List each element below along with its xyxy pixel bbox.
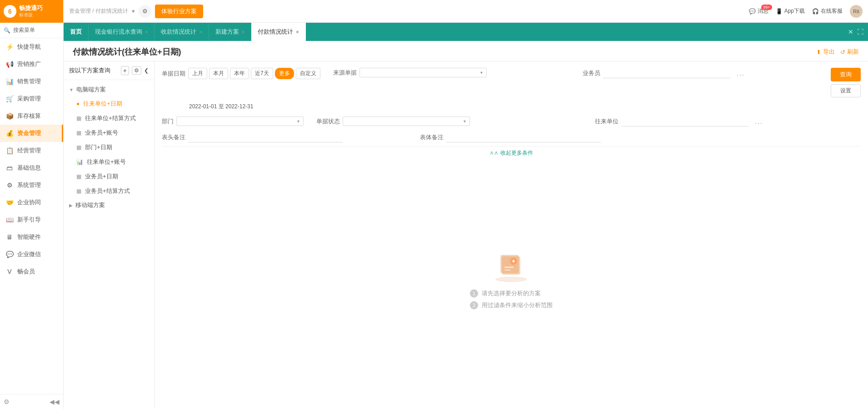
header-settings-btn[interactable]: ⚙	[139, 5, 151, 18]
tab-close-all-icon[interactable]: ✕	[848, 28, 853, 35]
set-btn[interactable]: 设置	[831, 84, 861, 97]
sidebar-item-hardware[interactable]: 🖥 智能硬件	[0, 228, 63, 246]
scheme-collapse-btn[interactable]: ❮	[144, 67, 149, 74]
source-label: 来源单据	[333, 69, 357, 77]
funds-icon: 💰	[5, 129, 14, 137]
collapse-filter-btn[interactable]: ∧∧ 收起更多条件	[162, 146, 861, 160]
sidebar-item-label: 畅会员	[17, 268, 35, 276]
export-btn[interactable]: ⬆ 导出	[816, 48, 835, 56]
tab-home[interactable]: 首页	[64, 23, 89, 41]
scheme-item-partner-settle[interactable]: ▦ 往来单位+结算方式	[67, 111, 154, 126]
scheme-item-partner-account[interactable]: 📊 往来单位+账号	[67, 155, 154, 169]
avatar[interactable]: Rit	[850, 5, 863, 18]
table-icon: ▦	[76, 144, 81, 151]
table-icon: ▦	[76, 188, 81, 194]
tab-receipt[interactable]: 收款情况统计 ×	[155, 23, 209, 41]
date-btn-this-year[interactable]: 本年	[230, 68, 249, 79]
scheme-item-label: 业务员+账号	[85, 129, 118, 137]
date-btn-more[interactable]: 更多	[275, 68, 294, 79]
sidebar-item-label: 营销推广	[17, 60, 41, 68]
tab-cash[interactable]: 现金银行流水查询 ×	[89, 23, 155, 41]
sidebar-item-funds[interactable]: 💰 资金管理	[0, 125, 63, 142]
date-btn-this-month[interactable]: 本月	[209, 68, 228, 79]
scheme-item-partner-date[interactable]: ● 往来单位+日期	[67, 96, 154, 111]
search-menu[interactable]: 🔍 搜索菜单	[0, 23, 63, 38]
search-menu-label: 搜索菜单	[13, 26, 35, 34]
scheme-add-btn[interactable]: +	[121, 66, 129, 75]
table-icon: ▦	[76, 130, 81, 136]
tab-new-close[interactable]: ×	[242, 29, 244, 35]
app-download-item[interactable]: 📱 App下载	[776, 7, 805, 15]
sidebar-item-stock[interactable]: 📦 库存核算	[0, 107, 63, 125]
scheme-item-staff-date[interactable]: ▦ 业务员+日期	[67, 169, 154, 184]
header-note-input[interactable]	[188, 132, 343, 142]
service-item[interactable]: 🎧 在线客服	[812, 7, 843, 15]
body-note-input[interactable]	[446, 132, 601, 142]
message-item[interactable]: 💬 消息 99+	[749, 7, 768, 15]
scheme-item-dept-date[interactable]: ▦ 部门+日期	[67, 140, 154, 155]
scheme-group-mobile-header[interactable]: ▶ 移动端方案	[64, 198, 154, 212]
dept-select[interactable]: ▾	[176, 116, 304, 126]
service-icon: 🎧	[812, 8, 819, 15]
sidebar-item-wechat[interactable]: 💬 企业微信	[0, 246, 63, 263]
tab-home-label: 首页	[70, 28, 82, 36]
tab-maximize-icon[interactable]: ⛶	[857, 28, 863, 35]
table-icon: ▦	[76, 115, 81, 121]
hint-num-1: 1	[470, 289, 478, 298]
dropdown-icon[interactable]: ▾	[132, 8, 135, 15]
marketing-icon: 📢	[5, 60, 14, 68]
tab-receipt-close[interactable]: ×	[199, 29, 202, 35]
staff-more-btn[interactable]: ...	[737, 70, 745, 77]
scheme-item-staff-settle[interactable]: ▦ 业务员+结算方式	[67, 184, 154, 198]
staff-input[interactable]	[603, 68, 730, 78]
message-icon: 💬	[749, 8, 756, 15]
sidebar-item-label: 库存核算	[17, 112, 41, 120]
service-label: 在线客服	[821, 7, 843, 15]
message-badge: 99+	[761, 5, 772, 10]
sidebar-item-base[interactable]: 🗃 基础信息	[0, 159, 63, 177]
header-right: 💬 消息 99+ 📱 App下载 🎧 在线客服 Rit	[749, 5, 863, 18]
scheme-group-desktop-items: ● 往来单位+日期 ▦ 往来单位+结算方式 ▦ 业务员+账号	[64, 96, 154, 198]
scheme-header-actions: + ⚙ ❮	[121, 66, 149, 75]
date-btn-7days[interactable]: 近7天	[251, 68, 273, 79]
tab-payment[interactable]: 付款情况统计 ×	[251, 23, 305, 41]
source-select[interactable]: ▾	[359, 68, 487, 77]
tab-new[interactable]: 新建方案 ×	[209, 23, 251, 41]
sidebar-item-purchase[interactable]: 🛒 采购管理	[0, 90, 63, 107]
date-btn-last-month[interactable]: 上月	[188, 68, 207, 79]
scheme-settings-btn[interactable]: ⚙	[132, 66, 141, 75]
scheme-group-desktop-header[interactable]: ▼ 电脑端方案	[64, 83, 154, 96]
collapse-sidebar-icon[interactable]: ◀◀	[50, 398, 60, 405]
partner-input[interactable]	[621, 116, 748, 126]
avatar-text: Rit	[853, 9, 859, 14]
tab-payment-close[interactable]: ×	[296, 29, 299, 35]
table-icon: ▦	[76, 173, 81, 180]
scheme-item-staff-account[interactable]: ▦ 业务员+账号	[67, 126, 154, 140]
sidebar-item-system[interactable]: ⚙ 系统管理	[0, 177, 63, 194]
sidebar-item-sales[interactable]: 📊 销售管理	[0, 73, 63, 90]
sidebar-branding: 畅捷通巧 标准版	[19, 5, 43, 18]
trial-btn[interactable]: 体验行业方案	[155, 5, 203, 18]
sidebar-item-shortcut[interactable]: ⚡ 快捷导航	[0, 38, 63, 56]
query-btn[interactable]: 查询	[831, 68, 861, 81]
settings-footer-icon[interactable]: ⚙	[4, 398, 10, 405]
sidebar-item-guide[interactable]: 📖 新手引导	[0, 211, 63, 228]
sidebar-subtitle: 标准版	[19, 12, 43, 18]
main-area: 资金管理 / 付款情况统计 ▾ ⚙ 体验行业方案 💬 消息 99+ 📱 App下…	[64, 0, 868, 409]
export-label: 导出	[823, 48, 835, 56]
refresh-btn[interactable]: ↺ 刷新	[840, 48, 859, 56]
tab-cash-close[interactable]: ×	[145, 29, 148, 35]
sidebar-item-operation[interactable]: 📋 经营管理	[0, 142, 63, 159]
sidebar-item-member[interactable]: V 畅会员	[0, 263, 63, 280]
refresh-icon: ↺	[840, 49, 845, 56]
sidebar-item-enterprise[interactable]: 🤝 企业协同	[0, 194, 63, 211]
source-dropdown-icon: ▾	[480, 70, 483, 75]
date-btn-custom[interactable]: 自定义	[296, 68, 320, 79]
active-scheme-icon: ●	[76, 101, 80, 107]
system-icon: ⚙	[5, 181, 14, 189]
sidebar-item-marketing[interactable]: 📢 营销推广	[0, 56, 63, 73]
status-select[interactable]: ▾	[343, 116, 470, 126]
sidebar-item-label: 经营管理	[17, 146, 41, 155]
date-btns: 上月 本月 本年 近7天 更多 自定义	[188, 68, 320, 79]
partner-more-btn[interactable]: ...	[755, 118, 763, 125]
